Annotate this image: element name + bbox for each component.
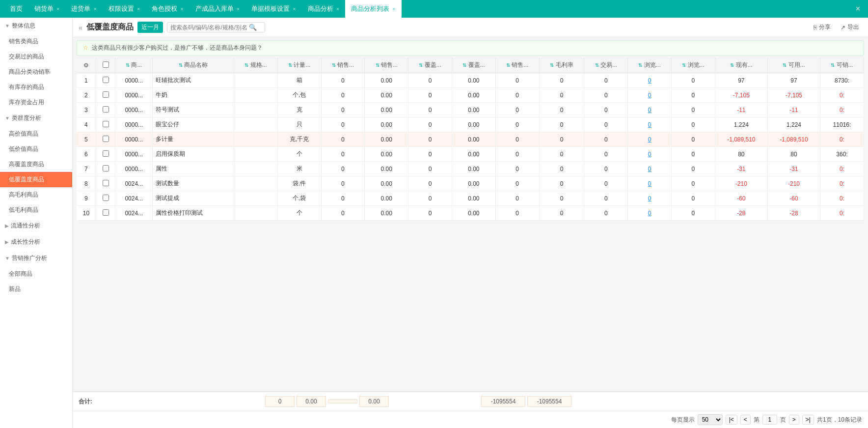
row-select-checkbox[interactable]: [103, 150, 109, 157]
next-page-button[interactable]: >: [789, 415, 799, 425]
sidebar-section-flow[interactable]: ▶ 流通性分析: [0, 218, 72, 234]
col-sales3[interactable]: ⇅ 销售...: [495, 57, 539, 73]
row-view1[interactable]: 0: [628, 132, 672, 147]
col-spec[interactable]: ⇅ 规格...: [234, 57, 277, 73]
row-select-checkbox[interactable]: [103, 136, 109, 142]
col-margin[interactable]: ⇅ 毛利率: [539, 57, 584, 73]
sidebar-item-high-coverage[interactable]: 高覆盖度商品: [0, 157, 72, 172]
sidebar-item-low-coverage[interactable]: 低覆盖度商品: [0, 172, 72, 187]
first-page-button[interactable]: |<: [726, 415, 737, 425]
sidebar-section-growth[interactable]: ▶ 成长性分析: [0, 234, 72, 250]
col-view2[interactable]: ⇅ 浏览...: [671, 57, 715, 73]
row-view1[interactable]: 0: [628, 206, 672, 221]
nav-purchase[interactable]: 进货单 ×: [65, 0, 102, 18]
row-view1[interactable]: 0: [628, 162, 672, 176]
col-cover2[interactable]: ⇅ 覆盖...: [452, 57, 495, 73]
row-view1[interactable]: 0: [628, 191, 672, 206]
col-settings[interactable]: ⚙: [77, 57, 96, 73]
nav-role-close[interactable]: ×: [180, 6, 183, 12]
sidebar-item-traded-goods[interactable]: 交易过的商品: [0, 49, 72, 64]
sidebar-item-sales-goods[interactable]: 销售类商品: [0, 34, 72, 49]
col-name[interactable]: ⇅ 商品名称: [153, 57, 234, 73]
sidebar-item-all-goods[interactable]: 全部商品: [0, 266, 72, 282]
sidebar-item-low-value[interactable]: 低价值商品: [0, 142, 72, 157]
sidebar-item-category-activity[interactable]: 商品分类动销率: [0, 64, 72, 80]
sidebar-section-marketing[interactable]: ▼ 营销推广分析: [0, 250, 72, 266]
col-unit[interactable]: ⇅ 计量...: [277, 57, 321, 73]
row-view1[interactable]: 0: [628, 117, 672, 132]
col-stock1[interactable]: ⇅ 现有...: [715, 57, 767, 73]
row-checkbox[interactable]: [96, 162, 115, 176]
row-select-checkbox[interactable]: [103, 209, 109, 216]
row-select-checkbox[interactable]: [103, 195, 109, 201]
row-view1[interactable]: 0: [628, 147, 672, 162]
row-checkbox[interactable]: [96, 88, 115, 103]
nav-analysis-close[interactable]: ×: [336, 6, 339, 12]
nav-permission[interactable]: 权限设置 ×: [103, 0, 146, 18]
row-select-checkbox[interactable]: [103, 165, 109, 171]
sidebar-collapse-button[interactable]: «: [79, 24, 82, 31]
sidebar-item-stock-capital[interactable]: 库存资金占用: [0, 95, 72, 110]
sidebar-item-high-value[interactable]: 高价值商品: [0, 126, 72, 142]
col-trans[interactable]: ⇅ 交易...: [584, 57, 628, 73]
row-view1[interactable]: 0: [628, 103, 672, 117]
nav-template[interactable]: 单据模板设置 ×: [245, 0, 301, 18]
row-checkbox[interactable]: [96, 73, 115, 88]
nav-template-close[interactable]: ×: [293, 6, 296, 12]
col-checkbox[interactable]: [96, 57, 115, 73]
col-sales-qty[interactable]: ⇅ 销售...: [321, 57, 365, 73]
row-checkbox[interactable]: [96, 191, 115, 206]
nav-permission-close[interactable]: ×: [137, 6, 140, 12]
select-all-checkbox[interactable]: [103, 61, 109, 68]
export-button[interactable]: ↗ 导出: [838, 22, 862, 33]
nav-role[interactable]: 角色授权 ×: [146, 0, 189, 18]
table-container[interactable]: ⚙ ⇅ 商... ⇅ 商品名称 ⇅ 规格... ⇅ 计量... ⇅ 销售... …: [77, 57, 864, 391]
sidebar-section-cluster[interactable]: ▼ 类群度分析: [0, 110, 72, 126]
nav-sales-close[interactable]: ×: [56, 6, 59, 12]
nav-sales[interactable]: 销货单 ×: [28, 0, 65, 18]
col-stock3[interactable]: ⇅ 可销...: [820, 57, 864, 73]
row-view1[interactable]: 0: [628, 88, 672, 103]
col-view1[interactable]: ⇅ 浏览...: [628, 57, 672, 73]
period-button[interactable]: 近一月: [137, 22, 163, 33]
row-select-checkbox[interactable]: [103, 121, 109, 127]
page-input[interactable]: [762, 415, 777, 425]
last-page-button[interactable]: >|: [802, 415, 814, 425]
col-cover1[interactable]: ⇅ 覆盖...: [408, 57, 452, 73]
row-checkbox[interactable]: [96, 176, 115, 191]
per-page-select[interactable]: 50 20 100 200: [698, 414, 723, 425]
row-select-checkbox[interactable]: [103, 91, 109, 98]
col-stock2[interactable]: ⇅ 可用...: [767, 57, 820, 73]
sidebar-item-stocked-goods[interactable]: 有库存的商品: [0, 80, 72, 95]
sidebar-item-new-goods[interactable]: 新品: [0, 282, 72, 297]
row-select-checkbox[interactable]: [103, 180, 109, 186]
prev-page-button[interactable]: <: [740, 415, 751, 425]
nav-product-in[interactable]: 产成品入库单 ×: [190, 0, 245, 18]
nav-purchase-close[interactable]: ×: [93, 6, 96, 12]
row-view1[interactable]: 0: [628, 73, 672, 88]
window-close-button[interactable]: ×: [852, 4, 864, 13]
row-view1[interactable]: 0: [628, 176, 672, 191]
sidebar-item-low-margin[interactable]: 低毛利商品: [0, 202, 72, 218]
nav-analysis-list[interactable]: 商品分析列表 ×: [345, 0, 401, 18]
nav-product-in-close[interactable]: ×: [237, 6, 240, 12]
row-checkbox[interactable]: [96, 103, 115, 117]
sidebar-section-overview[interactable]: ▼ 整体信息: [0, 18, 72, 34]
col-code[interactable]: ⇅ 商...: [115, 57, 153, 73]
row-checkbox[interactable]: [96, 117, 115, 132]
row-checkbox[interactable]: [96, 206, 115, 221]
search-icon[interactable]: 🔍: [249, 24, 257, 31]
share-button[interactable]: ⎘ 分享: [811, 22, 834, 33]
row-select-checkbox[interactable]: [103, 106, 109, 113]
row-select-checkbox[interactable]: [103, 77, 109, 83]
sidebar-item-high-margin[interactable]: 高毛利商品: [0, 187, 72, 202]
nav-analysis-list-close[interactable]: ×: [392, 6, 395, 12]
row-checkbox[interactable]: [96, 147, 115, 162]
nav-analysis[interactable]: 商品分析 ×: [302, 0, 345, 18]
nav-home[interactable]: 首页: [4, 0, 28, 18]
row-sales3: 0: [495, 73, 539, 88]
row-checkbox[interactable]: [96, 132, 115, 147]
search-input[interactable]: [170, 24, 249, 31]
col-sales-amt[interactable]: ⇅ 销售...: [365, 57, 408, 73]
row-sales-amt: 0.00: [365, 117, 408, 132]
